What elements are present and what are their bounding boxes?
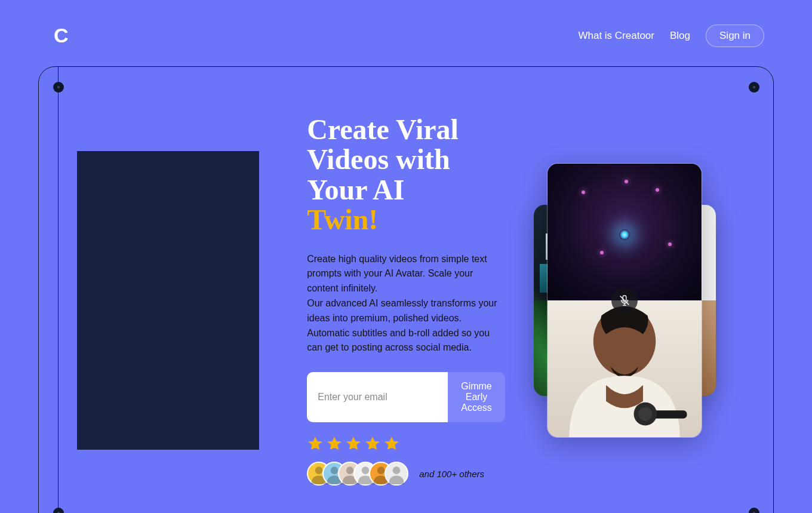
svg-point-2 xyxy=(346,466,354,474)
hero-preview: A KIN xyxy=(534,151,716,450)
cta-row: Gimme Early Access xyxy=(307,372,505,422)
guide-line xyxy=(58,67,59,513)
hero-left: Create Viral Videos with Your AI Twin! C… xyxy=(307,115,505,486)
avatar xyxy=(385,462,408,486)
nav-right: What is Creatoor Blog Sign in xyxy=(578,24,764,47)
social-proof: and 100+ others xyxy=(307,462,505,486)
preview-thumb-space xyxy=(548,164,702,300)
svg-point-12 xyxy=(639,407,653,420)
star-icon xyxy=(364,435,381,452)
preview-card-main xyxy=(547,163,702,438)
svg-point-0 xyxy=(315,466,323,474)
svg-point-3 xyxy=(362,466,370,474)
corner-dot-icon xyxy=(749,82,759,93)
early-access-button[interactable]: Gimme Early Access xyxy=(448,372,505,422)
headline-accent: Twin! xyxy=(307,204,378,235)
top-nav: C What is Creatoor Blog Sign in xyxy=(0,0,812,66)
star-icon xyxy=(383,435,400,452)
svg-point-5 xyxy=(393,466,401,474)
rating-stars xyxy=(307,435,505,452)
others-text: and 100+ others xyxy=(419,469,484,479)
mic-muted-icon xyxy=(611,287,638,314)
star-icon xyxy=(345,435,362,452)
corner-dot-icon xyxy=(53,82,64,93)
lens-flare-icon xyxy=(619,229,630,240)
nav-link-blog[interactable]: Blog xyxy=(670,30,690,42)
email-input[interactable] xyxy=(307,372,448,422)
avatar-stack xyxy=(307,462,408,486)
svg-point-4 xyxy=(377,466,385,474)
hero-description: Create high quality videos from simple t… xyxy=(307,252,505,356)
corner-dot-icon xyxy=(749,508,759,513)
guide-line xyxy=(77,151,259,450)
star-icon xyxy=(326,435,343,452)
corner-dot-icon xyxy=(53,508,64,513)
star-icon xyxy=(307,435,324,452)
hero-headline: Create Viral Videos with Your AI Twin! xyxy=(307,115,505,235)
preview-thumb-speaker xyxy=(548,300,702,437)
logo[interactable]: C xyxy=(54,24,68,47)
nav-link-what-is[interactable]: What is Creatoor xyxy=(578,30,654,42)
hero-panel: Create Viral Videos with Your AI Twin! C… xyxy=(38,66,774,513)
sign-in-button[interactable]: Sign in xyxy=(706,24,764,47)
headline-main: Create Viral Videos with Your AI xyxy=(307,113,459,205)
svg-point-1 xyxy=(331,466,339,474)
